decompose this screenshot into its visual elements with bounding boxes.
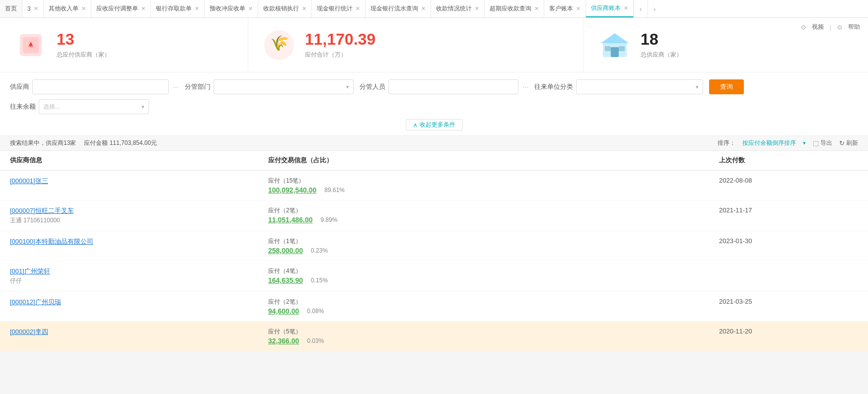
summary-label-2: 应付合计（万） [305,51,375,59]
supplier-link[interactable]: [000002]李四 [10,328,268,336]
export-button[interactable]: ⬚ 导出 [813,139,832,147]
close-icon[interactable]: ✕ [475,5,479,12]
summary-number-2: 11,170.39 [305,31,375,48]
person-dots-icon[interactable]: ··· [522,83,528,91]
video-link[interactable]: 视频 [812,23,824,31]
nav-tab-home[interactable]: 首页 [0,0,22,17]
chevron-down-icon: ▾ [346,84,349,90]
supplier-input[interactable] [32,79,169,94]
search-button[interactable]: 查询 [709,79,744,94]
nav-arrow-left[interactable]: ‹ [634,0,648,17]
payable-amount[interactable]: 11,051,486.00 [268,216,313,224]
balance-select[interactable]: 选择... ▾ [39,99,149,114]
payable-label: 应付（2笔） [268,298,719,306]
last-payment-cell: 2021-11-17 [719,206,858,214]
payable-pct: 0.15% [311,277,328,284]
summary-text-2: 11,170.39 应付合计（万） [305,31,375,59]
nav-tab-overdue-collect[interactable]: 超期应收款查询 ✕ [485,0,544,17]
payable-info: 164,635.90 0.15% [268,276,719,284]
table-header: 供应商信息 应付交易信息（占比） 上次付数 [0,151,868,171]
payable-info: 100,092,540.00 89.61% [268,186,719,194]
nav-tab-prepay-collect[interactable]: 预收冲应收单 ✕ [205,0,258,17]
nav-tab-label: 供应商账本 [591,4,621,12]
payable-amount[interactable]: 258,000.00 [268,247,303,255]
close-icon[interactable]: ✕ [141,5,145,12]
nav-tab-label: 客户账本 [549,4,573,13]
category-select[interactable]: ▾ [576,79,703,94]
nav-tab-supplier-account[interactable]: 供应商账本 ✕ [586,0,634,17]
supplier-link[interactable]: [000007]恒旺二手叉车 [10,206,268,215]
nav-tab-ap-adjust[interactable]: 应收应付调整单 ✕ [91,0,151,17]
summary-text-1: 13 总应付供应商（家） [57,31,110,59]
supplier-link[interactable]: [000100]本特勤油品有限公司 [10,237,268,246]
close-icon[interactable]: ✕ [421,5,426,12]
nav-arrow-right[interactable]: › [648,0,661,17]
supplier-link[interactable]: [001]广州荣轩 [10,267,268,276]
payable-info-cell: 应付（1笔） 258,000.00 0.23% [268,237,719,255]
summary-card-all-suppliers: 18 总供应商（家） ⊙ 视频 | ⊙ 帮助 [584,18,868,72]
close-icon[interactable]: ✕ [624,5,628,11]
export-icon: ⬚ [813,139,819,147]
payable-info-cell: 应付（15笔） 100,092,540.00 89.61% [268,177,719,194]
close-icon[interactable]: ✕ [248,5,253,12]
nav-tab-cash-bank-flow[interactable]: 现金银行流水查询 ✕ [365,0,431,17]
payable-info-cell: 应付（5笔） 32,366.00 0.03% [268,328,719,345]
close-icon[interactable]: ✕ [534,5,539,12]
sort-label: 排序： [718,139,735,147]
table-row: [000002]李四 应付（5笔） 32,366.00 0.03% 2020-1… [0,322,868,351]
filter-row-2: 往来余额 选择... ▾ [10,99,858,114]
supplier-link[interactable]: [000012]广州贝瑞 [10,298,268,307]
header-last-payment: 上次付数 [719,156,858,165]
nav-tab-cash-bank-stat[interactable]: 现金银行统计 ✕ [312,0,365,17]
payable-label: 应付（15笔） [268,177,719,185]
nav-tab-label: 银行存取款单 [156,4,192,13]
close-icon[interactable]: ✕ [195,5,199,12]
payable-amount[interactable]: 100,092,540.00 [268,186,316,194]
close-icon[interactable]: ✕ [356,5,360,12]
refresh-label: 刷新 [846,139,858,147]
table-row: [001]广州荣轩 仔仔 应付（4笔） 164,635.90 0.15% [0,261,868,292]
dept-select[interactable]: ▾ [214,79,354,94]
category-filter: 往来单位分类 ▾ [534,79,703,94]
result-info: 搜索结果中，供应商13家 应付金额 111,703,854.00元 [10,139,157,147]
refresh-icon: ↻ [839,139,845,147]
nav-tab-other-income[interactable]: 其他收入单 ✕ [44,0,91,17]
summary-label-1: 总应付供应商（家） [57,51,110,59]
svg-rect-9 [605,46,611,51]
nav-tab-bank-deposit[interactable]: 银行存取款单 ✕ [151,0,205,17]
nav-tab-customer-account[interactable]: 客户账本 ✕ [544,0,586,17]
last-payment-date: 2020-11-20 [719,328,752,335]
header-supplier-info: 供应商信息 [10,156,268,165]
payable-info-cell: 应付（2笔） 94,600.00 0.08% [268,298,719,315]
collapse-button[interactable]: ∧ 收起更多条件 [406,119,463,131]
nav-tab-label: 超期应收款查询 [490,4,531,13]
nav-tab-3[interactable]: 3 ✕ [22,0,44,17]
svg-text:A: A [28,41,33,49]
sort-dropdown[interactable]: 按应付余额倒序排序 [742,139,796,147]
chevron-down-icon: ▾ [142,104,145,110]
nav-tab-collect-stat[interactable]: 收款情况统计 ✕ [431,0,485,17]
payable-amount[interactable]: 94,600.00 [268,307,299,315]
close-icon[interactable]: ✕ [34,5,38,12]
balance-label: 往来余额 [10,102,36,111]
help-link[interactable]: 帮助 [848,23,860,31]
person-input[interactable] [388,79,518,94]
close-icon[interactable]: ✕ [576,5,580,12]
close-icon[interactable]: ✕ [81,5,86,12]
last-payment-date: 2021-11-17 [719,206,752,214]
dept-label: 分管部门 [185,82,211,91]
svg-rect-8 [611,47,619,57]
person-filter: 分管人员 ··· [360,79,528,94]
supplier-dots-icon[interactable]: ··· [173,83,179,91]
supplier-link[interactable]: [000001]张三 [10,177,268,186]
payable-pct: 0.03% [307,337,324,344]
supplier-info-cell: [000001]张三 [10,177,268,186]
payable-amount[interactable]: 32,366.00 [268,337,299,345]
close-icon[interactable]: ✕ [302,5,306,12]
payable-amount[interactable]: 164,635.90 [268,276,303,284]
table-row: [000001]张三 应付（15笔） 100,092,540.00 89.61%… [0,171,868,200]
summary-text-3: 18 总供应商（家） [641,31,682,59]
supplier-info-cell: [000007]恒旺二手叉车 王通 17106110000 [10,206,268,225]
refresh-button[interactable]: ↻ 刷新 [839,139,858,147]
nav-tab-receipt-verify[interactable]: 收款核销执行 ✕ [258,0,312,17]
